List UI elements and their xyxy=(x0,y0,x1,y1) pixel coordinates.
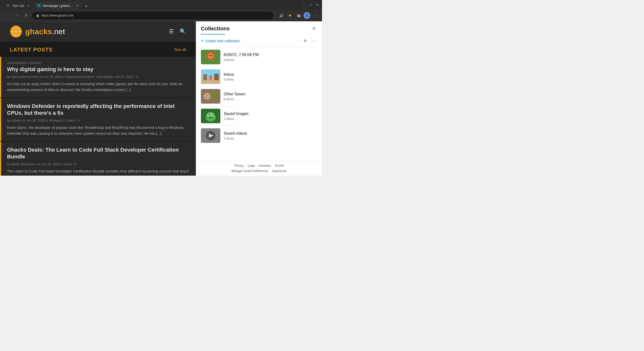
footer-links-row1: Privacy Legal Advertise Ad info xyxy=(201,164,317,167)
search-icon[interactable]: 🔍 xyxy=(180,28,186,35)
logo-globe-icon xyxy=(10,25,22,38)
title-bar: 🗋 New tab ✕ 🌐 Homepage | gHacks Technolo… xyxy=(0,0,322,10)
collection-count-1: 4 items xyxy=(224,58,317,62)
plus-icon: + xyxy=(201,38,204,44)
collection-name-1: 6/28/22, 7:06:06 PM xyxy=(224,53,317,57)
post-title-3[interactable]: Ghacks Deals: The Learn to Code Full Sta… xyxy=(7,146,191,160)
ghacks-tab-favicon: 🌐 xyxy=(37,4,41,8)
collection-info-4: Saved Images 1 items xyxy=(224,112,317,120)
new-tab-favicon: 🗋 xyxy=(7,4,11,8)
ad-info-link[interactable]: Ad info xyxy=(275,164,284,167)
browser-frame: 🗋 New tab ✕ 🌐 Homepage | gHacks Technolo… xyxy=(0,0,322,176)
back-button[interactable]: ← xyxy=(3,12,11,20)
close-button[interactable]: ✕ xyxy=(315,2,320,8)
header-icons: ☰ 🔍 xyxy=(169,28,186,35)
footer-links-row2: Manage Cookie Preferences Impressum xyxy=(201,169,317,173)
collection-item-5[interactable]: Saved videos 1 items xyxy=(196,126,322,146)
collection-item-1[interactable]: 6/28/22, 7:06:06 PM 4 items xyxy=(196,47,322,67)
collections-toolbar: + Create new collection ↻ ⋯ xyxy=(196,34,322,47)
site-name: ghacks.net xyxy=(25,27,65,36)
collections-header: Collections ✕ xyxy=(196,21,322,32)
collection-thumb-1 xyxy=(201,50,220,64)
post-meta-3: by Martin Brinkmann on Jun 28, 2022 in D… xyxy=(7,162,191,166)
impressum-link[interactable]: Impressum xyxy=(272,169,286,173)
window-controls: ─ □ ✕ xyxy=(301,2,320,8)
collections-close-button[interactable]: ✕ xyxy=(310,25,317,32)
collection-info-3: Other Saves 6 items xyxy=(224,92,317,101)
svg-point-10 xyxy=(210,55,210,56)
more-options-icon[interactable]: ⋯ xyxy=(311,12,319,20)
post-excerpt-1: It's truly not an easy choice when it co… xyxy=(7,81,191,93)
create-collection-button[interactable]: + Create new collection xyxy=(201,38,300,44)
collection-thumb-3 xyxy=(201,89,220,104)
svg-point-30 xyxy=(208,117,213,119)
forward-button[interactable]: → xyxy=(12,12,20,20)
svg-point-28 xyxy=(208,114,210,116)
post-excerpt-3: The Learn to Code Full Stack Developer C… xyxy=(7,168,191,174)
menu-icon[interactable]: ☰ xyxy=(169,28,174,35)
collection-count-5: 1 items xyxy=(224,136,317,140)
collection-count-4: 1 items xyxy=(224,117,317,120)
content-area: ghacks.net ☰ 🔍 LATEST POSTS See all SPON… xyxy=(0,21,322,176)
read-aloud-icon[interactable]: 🔊 xyxy=(277,12,285,20)
svg-point-23 xyxy=(206,112,215,121)
see-all-link[interactable]: See all xyxy=(174,48,186,52)
new-tab-close[interactable]: ✕ xyxy=(26,4,30,8)
collection-item-2[interactable]: lisboa 6 items xyxy=(196,67,322,86)
collection-thumb-5 xyxy=(201,128,220,143)
favorites-star-icon[interactable]: ★ xyxy=(286,12,294,20)
post-title-1[interactable]: Why digital gaming is here to stay xyxy=(7,66,191,73)
collection-name-5: Saved videos xyxy=(224,131,317,136)
collections-list: 6/28/22, 7:06:06 PM 4 items xyxy=(196,47,322,161)
collection-name-4: Saved Images xyxy=(224,112,317,116)
refresh-collections-icon[interactable]: ↻ xyxy=(302,37,308,44)
tab-bar: 🗋 New tab ✕ 🌐 Homepage | gHacks Technolo… xyxy=(2,0,300,10)
tab-ghacks[interactable]: 🌐 Homepage | gHacks Technology... ✕ xyxy=(34,2,82,10)
minimize-button[interactable]: ─ xyxy=(301,2,306,8)
post-meta-2: by Ashwin on Jun 28, 2022 in Windows 11 … xyxy=(7,118,191,122)
post-title-2[interactable]: Windows Defender is reportedly affecting… xyxy=(7,103,191,117)
site-name-prefix: ghacks xyxy=(25,27,52,36)
collection-name-2: lisboa xyxy=(224,72,317,77)
ghacks-tab-title: Homepage | gHacks Technology... xyxy=(43,4,73,8)
section-title: LATEST POSTS xyxy=(10,46,53,53)
advertise-link[interactable]: Advertise xyxy=(259,164,271,167)
collection-name-3: Other Saves xyxy=(224,92,317,96)
profile-icon[interactable]: 👤 xyxy=(304,12,310,19)
collections-icon[interactable]: 📚 xyxy=(295,12,302,20)
svg-point-19 xyxy=(203,93,210,100)
webpage[interactable]: ghacks.net ☰ 🔍 LATEST POSTS See all SPON… xyxy=(0,21,196,176)
section-header: LATEST POSTS See all xyxy=(10,46,186,53)
ghacks-tab-close[interactable]: ✕ xyxy=(75,4,80,8)
site-logo: ghacks.net xyxy=(10,25,65,38)
svg-point-12 xyxy=(210,56,211,57)
collections-title: Collections xyxy=(201,26,230,32)
legal-link[interactable]: Legal xyxy=(248,164,255,167)
tab-new-tab[interactable]: 🗋 New tab ✕ xyxy=(4,2,34,10)
collection-item-3[interactable]: Other Saves 6 items xyxy=(196,86,322,106)
url-lock-icon: 🔒 xyxy=(36,14,40,17)
url-input[interactable]: 🔒 https://www.ghacks.net xyxy=(32,12,274,20)
manage-cookies-link[interactable]: Manage Cookie Preferences xyxy=(232,169,268,173)
maximize-button[interactable]: □ xyxy=(308,2,313,8)
sponsored-label: SPONSORED CONTENT xyxy=(7,62,191,64)
svg-point-11 xyxy=(211,55,212,56)
privacy-link[interactable]: Privacy xyxy=(234,164,244,167)
collections-panel: Collections ✕ + Create new collection ↻ … xyxy=(196,21,322,176)
url-text: https://www.ghacks.net xyxy=(41,14,73,17)
svg-rect-15 xyxy=(203,74,207,80)
more-collections-icon[interactable]: ⋯ xyxy=(310,37,317,44)
collection-info-5: Saved videos 1 items xyxy=(224,131,317,140)
collection-item-4[interactable]: Saved Images 1 items xyxy=(196,106,322,126)
collection-thumb-2 xyxy=(201,70,220,84)
create-collection-label: Create new collection xyxy=(205,39,240,43)
collection-thumb-4 xyxy=(201,109,220,123)
site-name-suffix: .net xyxy=(52,27,65,36)
svg-point-9 xyxy=(208,54,213,58)
new-tab-button[interactable]: + xyxy=(83,3,90,10)
refresh-button[interactable]: ↻ xyxy=(22,12,30,20)
post-item-1: SPONSORED CONTENT Why digital gaming is … xyxy=(0,57,196,98)
svg-point-29 xyxy=(212,114,214,116)
latest-posts-section: LATEST POSTS See all xyxy=(0,42,196,53)
svg-rect-16 xyxy=(210,76,212,80)
